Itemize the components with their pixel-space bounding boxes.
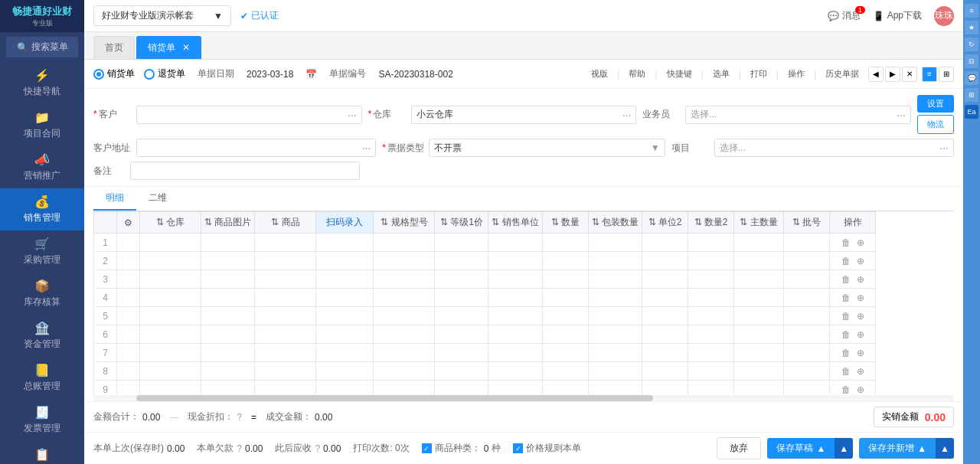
radio-sales[interactable]: 销货单 [93, 67, 135, 80]
sidebar-item-quicknav[interactable]: ⚡ 快捷导航 [0, 62, 84, 104]
table-cell[interactable] [542, 270, 588, 289]
sidebar-item-capital[interactable]: 🏦 资金管理 [0, 315, 84, 357]
view-grid-btn[interactable]: ⊞ [939, 67, 954, 82]
table-cell[interactable] [201, 270, 255, 289]
table-cell[interactable] [642, 234, 688, 252]
table-cell[interactable] [588, 289, 642, 307]
table-cell[interactable] [117, 234, 140, 252]
table-cell[interactable] [642, 362, 688, 381]
table-cell[interactable] [688, 289, 734, 307]
company-selector[interactable]: 好业财专业版演示帐套 ▼ [93, 5, 231, 26]
table-cell[interactable] [488, 362, 542, 381]
table-cell[interactable] [488, 325, 542, 344]
price-check-label[interactable]: ✓ 价格规则本单 [513, 442, 581, 455]
add-logistics-button[interactable]: 物流 [917, 115, 954, 134]
table-cell[interactable] [255, 234, 316, 252]
table-cell[interactable] [140, 362, 201, 381]
sidebar-item-accounts[interactable]: 📒 总账管理 [0, 357, 84, 399]
view-btn[interactable]: 视版 [586, 66, 612, 82]
table-cell[interactable] [201, 362, 255, 381]
table-cell[interactable] [255, 252, 316, 270]
table-cell[interactable] [316, 289, 374, 307]
rp-active-icon[interactable]: Ea [965, 105, 978, 119]
table-cell[interactable] [316, 381, 374, 396]
sidebar-item-tax[interactable]: 📋 税务管理 [0, 441, 84, 464]
table-cell[interactable] [117, 344, 140, 362]
table-cell[interactable] [588, 344, 642, 362]
th-product-img[interactable]: ⇅ 商品图片 [201, 212, 255, 234]
table-cell[interactable] [374, 344, 435, 362]
copy-row-btn[interactable]: ⊕ [855, 274, 866, 285]
table-cell[interactable] [374, 289, 435, 307]
delete-row-btn[interactable]: 🗑 [840, 292, 852, 303]
table-cell[interactable] [734, 344, 784, 362]
copy-row-btn[interactable]: ⊕ [855, 292, 866, 303]
save-draft-button[interactable]: 保存草稿 ▲ [767, 438, 835, 459]
th-unit2[interactable]: ⇅ 单位2 [642, 212, 688, 234]
delete-row-btn[interactable]: 🗑 [840, 366, 852, 377]
table-cell[interactable] [488, 307, 542, 325]
table-cell[interactable] [784, 344, 830, 362]
table-cell[interactable] [542, 344, 588, 362]
discard-button[interactable]: 放弃 [717, 437, 761, 459]
table-cell[interactable] [642, 270, 688, 289]
table-cell[interactable] [435, 362, 488, 381]
calendar-icon[interactable]: 📅 [305, 69, 317, 80]
table-cell[interactable] [734, 289, 784, 307]
product-types-icon[interactable]: ✓ 商品种类： [422, 442, 481, 455]
table-cell[interactable] [688, 234, 734, 252]
table-cell[interactable] [488, 252, 542, 270]
delete-row-btn[interactable]: 🗑 [840, 384, 852, 395]
table-cell[interactable] [201, 234, 255, 252]
table-cell[interactable] [316, 362, 374, 381]
table-cell[interactable] [374, 381, 435, 396]
table-cell[interactable] [117, 252, 140, 270]
table-cell[interactable] [255, 325, 316, 344]
shortcut-btn[interactable]: 快捷键 [662, 66, 697, 82]
close-tab-icon[interactable]: ✕ [182, 42, 190, 53]
copy-row-btn[interactable]: ⊕ [855, 384, 866, 395]
table-cell[interactable] [117, 289, 140, 307]
delete-row-btn[interactable]: 🗑 [840, 329, 852, 340]
th-pack-qty[interactable]: ⇅ 包装数量 [588, 212, 642, 234]
table-cell[interactable] [642, 344, 688, 362]
nav-close[interactable]: ✕ [902, 67, 917, 82]
table-cell[interactable] [435, 270, 488, 289]
table-cell[interactable] [488, 234, 542, 252]
delete-row-btn[interactable]: 🗑 [840, 256, 852, 266]
table-cell[interactable] [117, 307, 140, 325]
table-cell[interactable] [784, 325, 830, 344]
project-input[interactable]: 选择... ··· [714, 139, 954, 157]
settings-button[interactable]: 设置 [917, 95, 954, 113]
rp-chat-icon[interactable]: 💬 [965, 71, 978, 85]
view-list-btn[interactable]: ≡ [922, 67, 937, 82]
remark-input[interactable] [130, 162, 360, 180]
table-cell[interactable] [201, 307, 255, 325]
rp-list-icon[interactable]: ≡ [965, 4, 978, 18]
table-cell[interactable] [784, 252, 830, 270]
table-cell[interactable] [435, 381, 488, 396]
user-avatar[interactable]: 珠珠 [934, 6, 954, 26]
th-warehouse[interactable]: ⇅ 仓库 [140, 212, 201, 234]
table-cell[interactable] [734, 234, 784, 252]
table-cell[interactable] [688, 270, 734, 289]
table-cell[interactable] [316, 344, 374, 362]
copy-row-btn[interactable]: ⊕ [855, 348, 866, 358]
select-btn[interactable]: 选单 [708, 66, 734, 82]
table-cell[interactable] [255, 344, 316, 362]
table-cell[interactable] [201, 381, 255, 396]
table-cell[interactable] [784, 270, 830, 289]
delete-row-btn[interactable]: 🗑 [840, 237, 852, 248]
table-cell[interactable] [784, 381, 830, 396]
help-btn[interactable]: 帮助 [624, 66, 650, 82]
copy-row-btn[interactable]: ⊕ [855, 366, 866, 377]
table-cell[interactable] [435, 289, 488, 307]
table-cell[interactable] [588, 325, 642, 344]
radio-return[interactable]: 退货单 [144, 67, 185, 80]
table-cell[interactable] [435, 307, 488, 325]
messages-button[interactable]: 💬 1 消息 [828, 9, 861, 22]
table-cell[interactable] [255, 270, 316, 289]
table-cell[interactable] [374, 270, 435, 289]
table-cell[interactable] [542, 252, 588, 270]
table-cell[interactable] [201, 344, 255, 362]
